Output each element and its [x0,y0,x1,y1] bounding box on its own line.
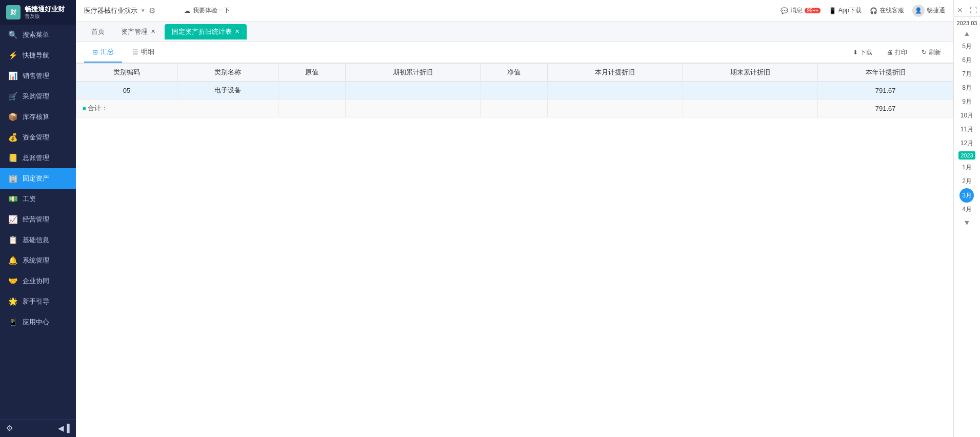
refresh-label: 刷新 [929,48,941,57]
tab-asset-mgmt-close[interactable]: ✕ [151,28,155,35]
tabbar: 首页 资产管理 ✕ 固定资产折旧统计表 ✕ [76,22,953,42]
experience-button[interactable]: ☁ 我要体验一下 [184,6,230,15]
tab-depreciation-close[interactable]: ✕ [235,28,239,35]
settings-icon[interactable]: ⚙ [6,424,13,433]
nav-down-icon[interactable]: ▼ [962,216,973,229]
customer-service-button[interactable]: 🎧 在线客服 [870,6,904,15]
sidebar-item-label: 快捷导航 [23,51,49,60]
tab-asset-mgmt-label: 资产管理 [121,27,148,36]
cell-net-value [481,82,548,100]
sidebar-item-purchase[interactable]: 🛒采购管理 [0,86,76,107]
sidebar-item-sales[interactable]: 📊销售管理 [0,66,76,86]
table-wrapper: 类别编码 类别名称 原值 期初累计折旧 净值 本月计提折旧 期末累计折旧 本年计… [76,63,953,437]
enterprise-icon: 🤝 [8,276,17,286]
cell-initial-dep [345,82,481,100]
sidebar-item-label: 应用中心 [23,317,49,327]
print-icon: 🖨 [887,49,893,56]
print-button[interactable]: 🖨 打印 [883,46,911,59]
subtab-detail[interactable]: ☰ 明细 [124,42,163,63]
company-chevron-icon[interactable]: ▾ [142,7,145,14]
tab-home[interactable]: 首页 [84,24,112,39]
sidebar-item-label: 总账管理 [23,153,49,163]
month-item[interactable]: 6月 [958,53,975,67]
sidebar-item-basic-info[interactable]: 📋基础信息 [0,230,76,250]
month-item[interactable]: 3月 [959,188,974,203]
sidebar-footer: ⚙ ◀▐ [0,419,76,437]
panel-close-icon[interactable]: ✕ [957,6,963,14]
sidebar-scroll: 🔍搜索菜单⚡快捷导航📊销售管理🛒采购管理📦库存核算💰资金管理📒总账管理🏢固定资产… [0,25,76,419]
download-button[interactable]: ⬇ 下载 [849,46,876,59]
sidebar-item-finance[interactable]: 💰资金管理 [0,127,76,148]
panel-expand-icon[interactable]: ⛶ [970,6,977,14]
print-label: 打印 [895,48,907,57]
topbar: 医疗器械行业演示 ▾ ⚙ ☁ 我要体验一下 💬 消息 99++ 📱 App下载 … [76,0,953,22]
sidebar-item-ledger[interactable]: 📒总账管理 [0,148,76,168]
app-download-button[interactable]: 📱 App下载 [829,6,862,15]
search-icon: 🔍 [8,30,17,39]
month-item[interactable]: 10月 [958,109,975,123]
topbar-settings-icon[interactable]: ⚙ [149,6,155,15]
sidebar-item-guide[interactable]: 🌟新手引导 [0,291,76,312]
payroll-icon: 💵 [8,194,17,204]
message-button[interactable]: 💬 消息 99++ [781,6,820,15]
sidebar-item-quicknav[interactable]: ⚡快捷导航 [0,45,76,66]
panel-year-header: 2023.03 [954,17,980,27]
tab-home-label: 首页 [91,27,105,36]
subtotal-label: ■ 合计： [76,100,278,117]
month-item[interactable]: 4月 [958,203,975,216]
system-icon: 🔔 [8,256,17,265]
topbar-right: 💬 消息 99++ 📱 App下载 🎧 在线客服 👤 畅捷通 [781,5,945,17]
sidebar-item-label: 库存核算 [23,112,49,122]
panel-months: 5月6月7月8月9月10月11月12月20231月2月3月4月 [958,39,975,216]
subtotal-net-value [481,100,548,117]
cell-end-dep [683,82,818,100]
month-item[interactable]: 5月 [958,39,975,53]
month-item[interactable]: 1月 [958,161,975,174]
nav-up-icon[interactable]: ▲ [962,27,973,39]
month-item[interactable]: 11月 [958,123,975,136]
sidebar-item-enterprise[interactable]: 🤝企业协同 [0,271,76,291]
panel-nav-up: ▲ [962,27,973,39]
month-item[interactable]: 8月 [958,81,975,95]
refresh-button[interactable]: ↻ 刷新 [917,46,945,59]
message-label: 消息 [790,6,803,15]
finance-icon: 💰 [8,133,17,142]
tab-asset-mgmt[interactable]: 资产管理 ✕ [114,24,163,39]
headset-icon: 🎧 [870,7,877,14]
subtotal-row: ■ 合计： 791.67 [76,100,953,117]
sidebar-item-system[interactable]: 🔔系统管理 [0,250,76,271]
tab-depreciation[interactable]: 固定资产折旧统计表 ✕ [165,24,247,39]
ledger-icon: 📒 [8,153,17,163]
month-item[interactable]: 2月 [958,174,975,188]
sidebar-item-fixed-assets[interactable]: 🏢固定资产 [0,168,76,189]
main-area: 医疗器械行业演示 ▾ ⚙ ☁ 我要体验一下 💬 消息 99++ 📱 App下载 … [76,0,953,437]
sidebar-item-label: 销售管理 [23,71,49,81]
sidebar-item-payroll[interactable]: 💵工资 [0,189,76,209]
refresh-icon: ↻ [922,49,927,56]
sidebar-item-label: 资金管理 [23,133,49,142]
sidebar-item-apps[interactable]: 📱应用中心 [0,312,76,332]
message-badge: 99++ [805,8,820,13]
sales-icon: 📊 [8,71,17,81]
collapse-icon[interactable]: ◀▐ [58,424,70,433]
subtotal-end-dep [683,100,818,117]
cell-code: 05 [76,82,177,100]
col-annual-dep: 本年计提折旧 [818,64,953,82]
subtab-summary[interactable]: ⊞ 汇总 [84,42,122,63]
month-item[interactable]: 9月 [958,95,975,109]
user-profile[interactable]: 👤 畅捷通 [912,5,945,17]
phone-icon: 📱 [829,7,836,14]
fixed-assets-icon: 🏢 [8,174,17,183]
sidebar-item-inventory[interactable]: 📦库存核算 [0,107,76,127]
guide-icon: 🌟 [8,297,17,306]
month-item[interactable]: 12月 [958,136,975,150]
sidebar-item-label: 搜索菜单 [23,30,49,39]
month-item[interactable]: 7月 [958,67,975,81]
sidebar-item-search[interactable]: 🔍搜索菜单 [0,25,76,45]
sidebar-item-operations[interactable]: 📈经营管理 [0,209,76,230]
app-download-label: App下载 [838,6,862,15]
sidebar-item-label: 工资 [23,194,36,204]
sidebar-item-label: 企业协同 [23,276,49,286]
company-name: 医疗器械行业演示 [84,6,137,15]
download-icon: ⬇ [853,49,858,56]
